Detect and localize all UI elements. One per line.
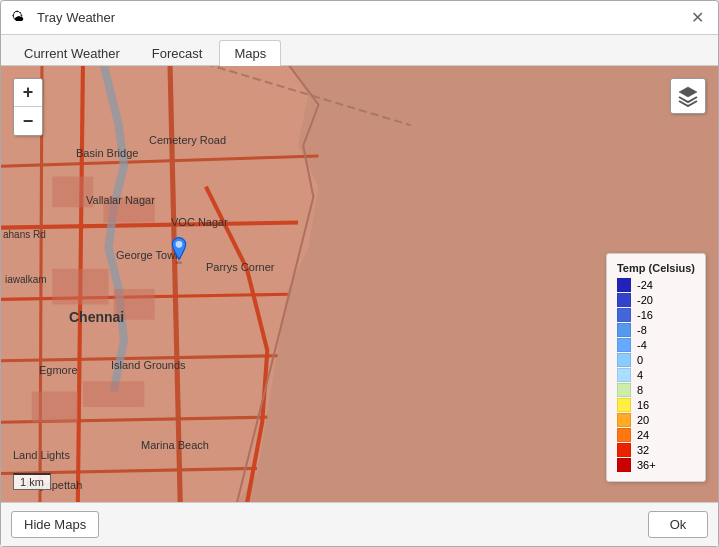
- svg-point-18: [176, 241, 183, 248]
- svg-point-17: [176, 261, 183, 264]
- legend-color-1: [617, 293, 631, 307]
- legend-label-3: -8: [637, 324, 647, 336]
- legend-color-6: [617, 368, 631, 382]
- legend-label-7: 8: [637, 384, 643, 396]
- app-icon: 🌤: [11, 9, 29, 27]
- legend-color-0: [617, 278, 631, 292]
- legend-color-7: [617, 383, 631, 397]
- legend-entry-5: 0: [617, 353, 695, 367]
- legend-color-10: [617, 428, 631, 442]
- legend-label-1: -20: [637, 294, 653, 306]
- location-pin[interactable]: [169, 236, 189, 264]
- legend-color-12: [617, 458, 631, 472]
- legend-color-2: [617, 308, 631, 322]
- legend-entry-0: -24: [617, 278, 695, 292]
- legend-label-2: -16: [637, 309, 653, 321]
- svg-rect-12: [52, 269, 108, 305]
- legend-entry-7: 8: [617, 383, 695, 397]
- legend-entry-4: -4: [617, 338, 695, 352]
- map-container[interactable]: Basin Bridge Vallalar Nagar VOC Nagar Ge…: [1, 66, 718, 502]
- svg-rect-10: [52, 176, 93, 207]
- legend-color-4: [617, 338, 631, 352]
- legend-label-11: 32: [637, 444, 649, 456]
- bottom-bar: Hide Maps Ok: [1, 502, 718, 546]
- legend-color-3: [617, 323, 631, 337]
- scale-indicator: 1 km: [13, 473, 51, 490]
- svg-rect-11: [103, 197, 154, 223]
- legend-label-9: 20: [637, 414, 649, 426]
- legend-entry-12: 36+: [617, 458, 695, 472]
- svg-rect-13: [114, 289, 155, 320]
- tab-current-weather[interactable]: Current Weather: [9, 40, 135, 66]
- legend-label-8: 16: [637, 399, 649, 411]
- legend-label-10: 24: [637, 429, 649, 441]
- legend-entry-10: 24: [617, 428, 695, 442]
- legend-label-6: 4: [637, 369, 643, 381]
- legend-color-9: [617, 413, 631, 427]
- legend-color-8: [617, 398, 631, 412]
- legend-entry-3: -8: [617, 323, 695, 337]
- legend-entry-2: -16: [617, 308, 695, 322]
- main-window: 🌤 Tray Weather ✕ Current Weather Forecas…: [0, 0, 719, 547]
- tab-bar: Current Weather Forecast Maps: [1, 35, 718, 66]
- hide-maps-button[interactable]: Hide Maps: [11, 511, 99, 538]
- legend-entry-9: 20: [617, 413, 695, 427]
- legend-label-0: -24: [637, 279, 653, 291]
- legend-color-11: [617, 443, 631, 457]
- zoom-in-button[interactable]: +: [14, 79, 42, 107]
- ok-button[interactable]: Ok: [648, 511, 708, 538]
- legend-title: Temp (Celsius): [617, 262, 695, 274]
- titlebar-left: 🌤 Tray Weather: [11, 9, 115, 27]
- svg-rect-14: [32, 392, 78, 423]
- svg-marker-19: [679, 87, 697, 97]
- legend-entry-8: 16: [617, 398, 695, 412]
- legend-label-12: 36+: [637, 459, 656, 471]
- layers-icon: [677, 85, 699, 107]
- titlebar: 🌤 Tray Weather ✕: [1, 1, 718, 35]
- svg-rect-15: [83, 381, 144, 407]
- temperature-legend: Temp (Celsius) -24 -20 -16 -8 -4: [606, 253, 706, 482]
- legend-entry-1: -20: [617, 293, 695, 307]
- legend-entry-6: 4: [617, 368, 695, 382]
- zoom-out-button[interactable]: −: [14, 107, 42, 135]
- tab-maps[interactable]: Maps: [219, 40, 281, 66]
- window-title: Tray Weather: [37, 10, 115, 25]
- legend-entry-11: 32: [617, 443, 695, 457]
- legend-color-5: [617, 353, 631, 367]
- layers-button[interactable]: [670, 78, 706, 114]
- zoom-controls: + −: [13, 78, 43, 136]
- legend-label-4: -4: [637, 339, 647, 351]
- legend-label-5: 0: [637, 354, 643, 366]
- close-button[interactable]: ✕: [686, 7, 708, 29]
- tab-forecast[interactable]: Forecast: [137, 40, 218, 66]
